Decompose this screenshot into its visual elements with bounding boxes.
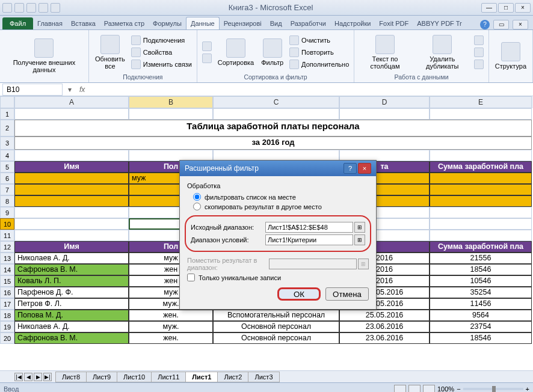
cell[interactable] — [14, 207, 129, 218]
sheet-nav-last[interactable]: ▶| — [43, 373, 52, 381]
cell[interactable]: Сумма заработной пла — [430, 241, 532, 253]
col-header-c[interactable]: C — [213, 96, 339, 108]
cell[interactable]: Парфенов Д. Ф. — [14, 287, 129, 298]
cell[interactable] — [14, 218, 129, 230]
unique-records-checkbox[interactable]: Только уникальные записи — [187, 274, 369, 281]
row-header[interactable]: 12 — [0, 241, 14, 253]
row-header[interactable]: 9 — [0, 207, 14, 218]
cell[interactable] — [14, 173, 129, 184]
cell[interactable]: Основной персонал — [213, 332, 339, 344]
cell[interactable]: Николаев А. Д. — [14, 253, 129, 264]
cell[interactable]: Сумма заработной пла — [430, 161, 532, 173]
namebox-dropdown[interactable]: ▾ — [65, 85, 75, 94]
tab-home[interactable]: Главная — [33, 17, 67, 29]
cell[interactable]: 11456 — [430, 298, 532, 310]
consolidate-button[interactable] — [473, 47, 485, 58]
save-icon[interactable] — [14, 3, 24, 13]
sort-button[interactable]: Сортировка — [215, 37, 256, 67]
cell[interactable] — [430, 195, 532, 207]
formula-input[interactable] — [90, 84, 533, 95]
row-header[interactable]: 5 — [0, 161, 14, 173]
cell[interactable] — [430, 150, 532, 161]
row-header[interactable]: 1 — [0, 108, 14, 120]
close-button[interactable]: × — [515, 3, 531, 13]
row-header[interactable]: 2 — [0, 120, 14, 136]
cell[interactable]: Сафронова В. М. — [14, 264, 129, 275]
cell[interactable]: 35254 — [430, 287, 532, 298]
tab-addins[interactable]: Надстройки — [330, 17, 375, 29]
tab-insert[interactable]: Вставка — [67, 17, 100, 29]
cell[interactable]: Таблица заработной платы персонала — [14, 120, 532, 136]
cell[interactable]: муж. — [129, 321, 213, 332]
criteria-range-ref-button[interactable]: ⊞ — [354, 234, 365, 245]
cell[interactable]: Николаев А. Д. — [14, 321, 129, 332]
row-header[interactable]: 6 — [0, 173, 14, 184]
radio-filter-inplace[interactable]: фильтровать список на месте — [193, 193, 369, 201]
list-range-ref-button[interactable]: ⊞ — [354, 222, 365, 233]
cell[interactable]: Сафронова В. М. — [14, 332, 129, 344]
tab-foxit[interactable]: Foxit PDF — [375, 17, 413, 29]
criteria-range-input[interactable] — [265, 234, 353, 245]
list-range-input[interactable] — [265, 222, 353, 233]
cell[interactable]: 23754 — [430, 321, 532, 332]
sort-az-button[interactable] — [201, 41, 213, 52]
clear-filter-button[interactable]: Очистить — [288, 35, 350, 46]
zoom-out-button[interactable]: − — [457, 385, 460, 393]
row-header[interactable]: 3 — [0, 136, 14, 150]
cell[interactable] — [14, 195, 129, 207]
filter-button[interactable]: Фильтр — [259, 37, 286, 67]
cell[interactable]: Коваль Л. П. — [14, 275, 129, 287]
view-pagebreak-button[interactable] — [423, 385, 435, 393]
zoom-in-button[interactable]: + — [526, 385, 529, 393]
sheet-tab[interactable]: Лист8 — [55, 372, 87, 382]
col-header-d[interactable]: D — [339, 96, 430, 108]
cell[interactable]: Имя — [14, 161, 129, 173]
zoom-slider[interactable] — [463, 388, 523, 390]
cell[interactable] — [213, 108, 339, 120]
sheet-tab[interactable]: Лист1 — [185, 372, 218, 382]
undo-icon[interactable] — [26, 3, 36, 13]
sheet-tab[interactable]: Лист10 — [117, 372, 152, 382]
cell[interactable] — [339, 108, 430, 120]
tab-file[interactable]: Файл — [2, 17, 33, 29]
maximize-button[interactable]: □ — [498, 3, 514, 13]
cell[interactable]: Попова М. Д. — [14, 310, 129, 321]
cell[interactable]: Петров Ф. Л. — [14, 298, 129, 310]
cell[interactable] — [14, 230, 129, 241]
ok-button[interactable]: ОК — [277, 287, 321, 301]
cell[interactable]: Имя — [14, 241, 129, 253]
cell[interactable] — [430, 207, 532, 218]
row-header[interactable]: 11 — [0, 230, 14, 241]
cell[interactable]: 18546 — [430, 332, 532, 344]
doc-close-button[interactable]: × — [513, 20, 528, 29]
row-header[interactable]: 16 — [0, 287, 14, 298]
select-all-corner[interactable] — [0, 96, 14, 108]
tab-review[interactable]: Рецензировi — [220, 17, 266, 29]
sheet-nav-next[interactable]: ▶ — [34, 373, 42, 381]
cell[interactable]: Вспомогательный персонал — [213, 310, 339, 321]
col-header-b[interactable]: B — [129, 96, 213, 108]
cell[interactable] — [430, 173, 532, 184]
tab-developer[interactable]: Разработчи — [286, 17, 330, 29]
get-external-data-button[interactable]: Получение внешних данных — [4, 37, 85, 75]
row-header[interactable]: 13 — [0, 253, 14, 264]
row-header[interactable]: 18 — [0, 310, 14, 321]
col-header-e[interactable]: E — [430, 96, 532, 108]
dialog-titlebar[interactable]: Расширенный фильтр ? × — [180, 161, 376, 176]
sheet-tab[interactable]: Лист11 — [151, 372, 186, 382]
text-to-columns-button[interactable]: Текст по столбцам — [358, 34, 411, 71]
cell[interactable] — [14, 108, 129, 120]
cell[interactable] — [430, 184, 532, 195]
sheet-nav-first[interactable]: |◀ — [14, 373, 23, 381]
row-header[interactable]: 17 — [0, 298, 14, 310]
cell[interactable]: 25.05.2016 — [339, 310, 430, 321]
dialog-help-button[interactable]: ? — [344, 163, 357, 174]
excel-icon[interactable] — [2, 3, 12, 13]
whatif-button[interactable] — [473, 59, 485, 70]
cell[interactable]: 9564 — [430, 310, 532, 321]
row-header[interactable]: 10 — [0, 218, 14, 230]
cell[interactable]: 18546 — [430, 264, 532, 275]
cell[interactable] — [14, 150, 129, 161]
help-icon[interactable]: ? — [480, 20, 490, 29]
redo-icon[interactable] — [39, 3, 48, 13]
